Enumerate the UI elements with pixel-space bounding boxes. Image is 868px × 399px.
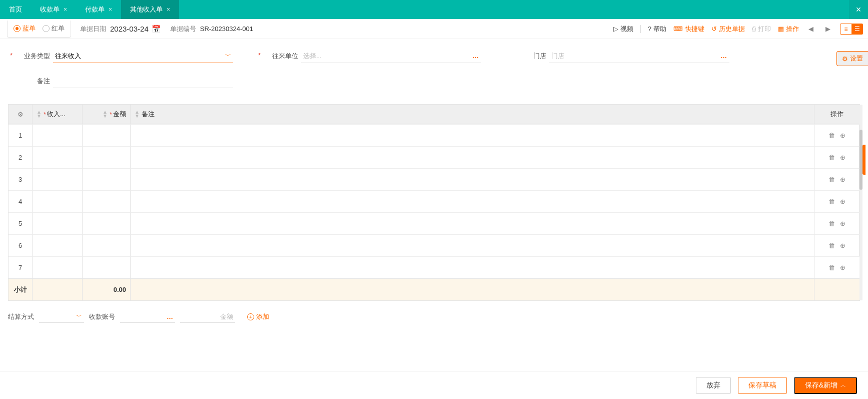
- close-icon[interactable]: ×: [167, 6, 170, 13]
- cell-ops: 🗑⊕: [814, 256, 859, 278]
- add-settlement-button[interactable]: +添加: [247, 312, 269, 321]
- store-input[interactable]: [551, 52, 720, 60]
- cell-amount[interactable]: [83, 212, 131, 234]
- tab-other-income[interactable]: 其他收入单×: [121, 0, 179, 19]
- tab-payment[interactable]: 付款单×: [76, 0, 121, 19]
- radio-red[interactable]: 红单: [43, 24, 65, 33]
- cell-remark[interactable]: [131, 256, 814, 278]
- delete-icon[interactable]: 🗑: [828, 198, 835, 205]
- cell-income[interactable]: [33, 190, 83, 212]
- settings-button[interactable]: ⚙设置: [836, 51, 868, 66]
- scrollbar[interactable]: [859, 105, 862, 300]
- subtotal-blank: [814, 278, 859, 300]
- more-icon[interactable]: …: [167, 313, 173, 320]
- cell-income[interactable]: [33, 168, 83, 190]
- row-index: 5: [9, 212, 33, 234]
- prev-icon[interactable]: ◀: [806, 24, 816, 34]
- video-link[interactable]: ▷视频: [613, 25, 633, 34]
- delete-icon[interactable]: 🗑: [828, 154, 835, 161]
- more-icon[interactable]: …: [720, 52, 727, 60]
- close-icon[interactable]: ×: [109, 6, 112, 13]
- delete-icon[interactable]: 🗑: [828, 242, 835, 249]
- more-icon[interactable]: …: [472, 52, 479, 60]
- view-compact-icon[interactable]: ≡: [840, 24, 851, 34]
- delete-icon[interactable]: 🗑: [828, 176, 835, 183]
- field-party: 往来单位 …: [263, 49, 481, 63]
- play-icon: ▷: [613, 25, 618, 33]
- cell-amount[interactable]: [83, 168, 131, 190]
- cell-amount[interactable]: [83, 190, 131, 212]
- add-row-icon[interactable]: ⊕: [840, 198, 845, 205]
- cell-amount[interactable]: [83, 256, 131, 278]
- history-link[interactable]: ↺历史单据: [711, 25, 745, 34]
- settle-method-select[interactable]: ﹀: [39, 311, 84, 323]
- amount-hint: 金额: [220, 312, 233, 321]
- add-row-icon[interactable]: ⊕: [840, 242, 845, 249]
- view-detailed-icon[interactable]: ☰: [851, 24, 862, 34]
- cell-remark[interactable]: [131, 124, 814, 146]
- print-icon: ⎙: [752, 25, 756, 33]
- next-icon[interactable]: ▶: [823, 24, 833, 34]
- remark-input[interactable]: [55, 77, 231, 85]
- table-body: 1🗑⊕2🗑⊕3🗑⊕4🗑⊕5🗑⊕6🗑⊕7🗑⊕: [9, 124, 859, 278]
- cell-remark[interactable]: [131, 146, 814, 168]
- cell-income[interactable]: [33, 124, 83, 146]
- add-row-icon[interactable]: ⊕: [840, 154, 845, 161]
- add-row-icon[interactable]: ⊕: [840, 176, 845, 183]
- close-all-icon[interactable]: ×: [849, 0, 868, 19]
- cell-amount[interactable]: [83, 234, 131, 256]
- header-amount[interactable]: ▲▼*金额: [83, 105, 131, 124]
- store-select[interactable]: …: [549, 49, 729, 63]
- cell-income[interactable]: [33, 146, 83, 168]
- delete-icon[interactable]: 🗑: [828, 220, 835, 227]
- plus-icon: +: [247, 313, 254, 320]
- settle-account-select[interactable]: …: [120, 311, 175, 323]
- add-row-icon[interactable]: ⊕: [840, 132, 845, 139]
- remark-input-wrap[interactable]: [53, 74, 233, 88]
- shortcut-link[interactable]: ⌨快捷键: [673, 25, 704, 34]
- toolbar-right: ▷视频 ?帮助 ⌨快捷键 ↺历史单据 ⎙打印 ▦操作 ◀ ▶ ≡ ☰: [613, 24, 863, 35]
- biz-type-select[interactable]: ﹀: [53, 49, 233, 63]
- add-row-icon[interactable]: ⊕: [840, 220, 845, 227]
- header-income[interactable]: ▲▼*收入...: [33, 105, 83, 124]
- cell-remark[interactable]: [131, 168, 814, 190]
- date-value[interactable]: 2023-03-24: [110, 25, 149, 33]
- cell-ops: 🗑⊕: [814, 146, 859, 168]
- tab-receipt[interactable]: 收款单×: [31, 0, 76, 19]
- settle-amount-input[interactable]: 金额: [180, 311, 235, 323]
- party-select[interactable]: …: [301, 49, 481, 63]
- chevron-down-icon[interactable]: ﹀: [225, 52, 231, 60]
- keyboard-icon: ⌨: [673, 25, 683, 33]
- field-label: 门店: [511, 52, 546, 61]
- cell-remark[interactable]: [131, 190, 814, 212]
- sort-icon: ▲▼: [37, 110, 42, 118]
- cell-income[interactable]: [33, 212, 83, 234]
- no-value: SR-20230324-001: [200, 25, 253, 33]
- field-biz-type: 业务类型 ﹀: [15, 49, 233, 63]
- cell-amount[interactable]: [83, 124, 131, 146]
- tab-home[interactable]: 首页: [0, 0, 31, 19]
- party-input[interactable]: [303, 52, 472, 60]
- cell-amount[interactable]: [83, 146, 131, 168]
- cell-remark[interactable]: [131, 234, 814, 256]
- side-handle[interactable]: [862, 145, 865, 175]
- delete-icon[interactable]: 🗑: [828, 264, 835, 271]
- link-label: 打印: [758, 25, 771, 34]
- close-icon[interactable]: ×: [64, 6, 67, 13]
- tab-label: 首页: [9, 5, 22, 14]
- header-remark[interactable]: ▲▼备注: [131, 105, 814, 124]
- cell-income[interactable]: [33, 234, 83, 256]
- cell-income[interactable]: [33, 256, 83, 278]
- calendar-icon[interactable]: 📅: [152, 25, 161, 34]
- help-link[interactable]: ?帮助: [648, 25, 666, 34]
- biz-type-input[interactable]: [55, 52, 225, 60]
- cell-remark[interactable]: [131, 212, 814, 234]
- radio-blue[interactable]: 蓝单: [14, 24, 36, 33]
- print-link[interactable]: ⎙打印: [752, 25, 771, 34]
- ops-link[interactable]: ▦操作: [778, 25, 799, 34]
- header-gear[interactable]: ⚙: [9, 105, 33, 124]
- add-row-icon[interactable]: ⊕: [840, 264, 845, 271]
- delete-icon[interactable]: 🗑: [828, 132, 835, 139]
- chevron-down-icon[interactable]: ﹀: [76, 312, 82, 321]
- radio-dot-icon: [43, 25, 50, 32]
